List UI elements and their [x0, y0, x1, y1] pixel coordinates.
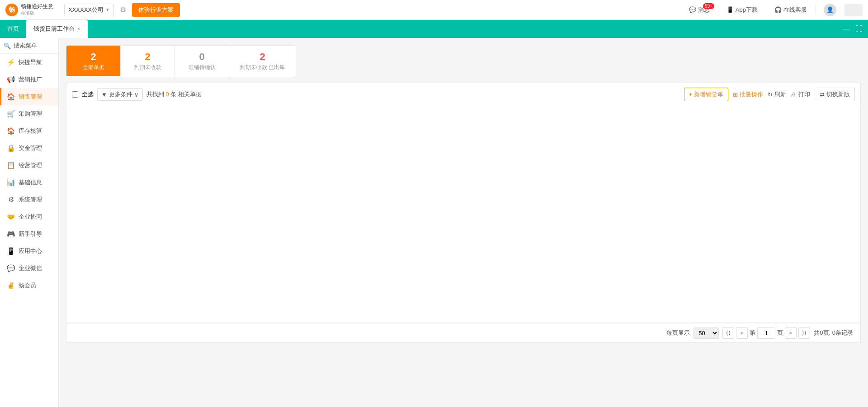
sidebar-item-member[interactable]: ✌ 畅会员 [0, 277, 58, 294]
add-sale-button[interactable]: + 新增销货单 [684, 88, 728, 101]
found-text: 共找到 0 条 相关单据 [146, 90, 202, 98]
last-page-button[interactable]: ⟩⟩ [798, 327, 810, 339]
select-all-checkbox[interactable] [72, 91, 78, 98]
page-nav: ⟨⟨ ＜ 第 页 ＞ ⟩⟩ [722, 327, 810, 339]
sidebar-item-enterprise[interactable]: 🤝 企业协同 [0, 208, 58, 225]
sidebar-item-marketing[interactable]: 📢 营销推广 [0, 71, 58, 88]
logo-area: 畅 畅捷通好生意 标准版 [5, 3, 64, 17]
batch-operation-button[interactable]: ⊞ 批量操作 [733, 90, 763, 98]
stat-card-all[interactable]: 2 全部单据 [66, 46, 121, 77]
beginner-icon: 🎮 [7, 230, 15, 238]
tab-workbench[interactable]: 钱货日清工作台 × [26, 20, 88, 38]
app-download-button[interactable]: 📱 App下载 [726, 6, 758, 14]
sidebar-item-inventory[interactable]: 🏠 库存核算 [0, 122, 58, 140]
sidebar-item-system[interactable]: ⚙ 系统管理 [0, 191, 58, 208]
stat-cards: 2 全部单据 2 到期未收款 0 旺铺待确认 2 到期未收款 已出库 [66, 45, 296, 77]
logo-icon: 畅 [5, 4, 18, 16]
stat-card-pending[interactable]: 0 旺铺待确认 [175, 46, 229, 77]
headset-icon: 🎧 [774, 6, 782, 13]
message-button[interactable]: 💬 消息 99+ [689, 6, 710, 14]
filter-chevron-icon: ∨ [134, 91, 139, 98]
online-support-label: 在线客服 [783, 6, 807, 14]
wechat-icon: 💬 [7, 264, 15, 272]
filter-button[interactable]: ▼ 更多条件 ∨ [97, 88, 143, 101]
prev-page-button[interactable]: ＜ [736, 327, 748, 339]
settings-button[interactable]: ⚙ [117, 4, 129, 16]
sidebar-item-label: 新手引导 [19, 230, 42, 238]
sidebar-item-beginner[interactable]: 🎮 新手引导 [0, 225, 58, 243]
sidebar-item-basics[interactable]: 📊 基础信息 [0, 174, 58, 191]
download-icon: 📱 [726, 6, 734, 13]
switch-version-button[interactable]: ⇄ 切换新版 [815, 88, 855, 101]
sidebar-item-label: 应用中心 [19, 247, 42, 255]
app-center-icon: 📱 [7, 247, 15, 255]
basics-icon: 📊 [7, 178, 15, 187]
select-all-label: 全选 [82, 90, 94, 98]
tab-actions: — ⛶ [841, 23, 868, 35]
divider3 [815, 5, 816, 14]
sidebar-item-label: 快捷导航 [19, 58, 42, 66]
refresh-button[interactable]: ↻ 刷新 [768, 90, 786, 98]
stat-card-shipped[interactable]: 2 到期未收款 已出库 [229, 46, 296, 77]
first-page-button[interactable]: ⟨⟨ [722, 327, 734, 339]
company-selector[interactable]: XXXXXX公司 ▼ [64, 4, 114, 16]
logo-sub: 标准版 [21, 10, 53, 16]
sidebar-item-label: 销售管理 [19, 93, 42, 101]
tab-close-icon[interactable]: × [77, 26, 80, 32]
sidebar-item-purchase[interactable]: 🛒 采购管理 [0, 105, 58, 122]
chevron-down-icon: ▼ [105, 7, 110, 12]
next-page-button[interactable]: ＞ [785, 327, 797, 339]
sidebar: 🔍 搜索菜单 ⚡ 快捷导航 📢 营销推广 🏠 销售管理 🛒 采购管理 🏠 库存核… [0, 38, 59, 407]
sidebar-search[interactable]: 🔍 搜索菜单 [0, 38, 58, 54]
stat-num-overdue: 2 [132, 51, 164, 63]
company-name: XXXXXX公司 [68, 6, 104, 14]
tab-minimize-icon[interactable]: — [841, 23, 852, 35]
filter-icon: ▼ [101, 91, 107, 98]
divider [718, 5, 718, 14]
sidebar-item-app-center[interactable]: 📱 应用中心 [0, 243, 58, 260]
marketing-icon: 📢 [7, 75, 15, 84]
top-bar: 畅 畅捷通好生意 标准版 XXXXXX公司 ▼ ⚙ 体验行业方案 💬 消息 99… [0, 0, 868, 20]
print-button[interactable]: 🖨 打印 [791, 90, 810, 98]
found-num: 0 [166, 91, 169, 98]
tab-maximize-icon[interactable]: ⛶ [854, 23, 864, 35]
print-label: 打印 [798, 90, 810, 98]
member-icon: ✌ [7, 281, 15, 290]
page-size-select[interactable]: 50 20 100 [693, 327, 719, 339]
stat-card-overdue[interactable]: 2 到期未收款 [121, 46, 175, 77]
sidebar-item-label: 企业协同 [19, 213, 42, 221]
avatar[interactable]: 👤 [824, 4, 836, 16]
stat-label-pending: 旺铺待确认 [186, 64, 218, 71]
sidebar-item-operations[interactable]: 📋 经营管理 [0, 157, 58, 174]
switch-label: 切换新版 [826, 90, 850, 98]
pagination: 每页显示 50 20 100 ⟨⟨ ＜ 第 页 ＞ ⟩⟩ 共0页, 0条记录 [66, 323, 861, 343]
sidebar-item-sales[interactable]: 🏠 销售管理 [0, 88, 58, 105]
trial-button[interactable]: 体验行业方案 [132, 3, 180, 17]
online-support-button[interactable]: 🎧 在线客服 [774, 6, 807, 14]
stat-num-shipped: 2 [240, 51, 285, 63]
toolbar-left: 全选 ▼ 更多条件 ∨ 共找到 0 条 相关单据 [72, 88, 680, 101]
page-size-label: 每页显示 [666, 329, 690, 337]
user-name-area[interactable] [844, 4, 863, 16]
stat-label-overdue: 到期未收款 [132, 64, 164, 71]
filter-label: 更多条件 [109, 90, 132, 98]
sidebar-item-finance[interactable]: 🔒 资金管理 [0, 140, 58, 157]
sidebar-item-wechat[interactable]: 💬 企业微信 [0, 260, 58, 277]
stat-label-shipped: 到期未收款 已出库 [240, 64, 285, 71]
refresh-icon: ↻ [768, 91, 773, 98]
page-input[interactable] [757, 327, 775, 339]
stat-num-all: 2 [77, 51, 109, 63]
sidebar-item-label: 库存核算 [19, 127, 42, 135]
sidebar-item-label: 营销推广 [19, 75, 42, 84]
sidebar-item-label: 经营管理 [19, 161, 42, 169]
tab-home[interactable]: 首页 [0, 20, 26, 38]
empty-state [66, 106, 860, 287]
sidebar-item-label: 采购管理 [19, 110, 42, 118]
found-prefix: 共找到 [146, 91, 164, 98]
table-area [66, 106, 861, 323]
page-label-prefix: 第 [750, 329, 755, 337]
total-info: 共0页, 0条记录 [814, 329, 853, 337]
sidebar-item-quick-nav[interactable]: ⚡ 快捷导航 [0, 54, 58, 71]
logo-text: 畅捷通好生意 [21, 3, 53, 10]
user-icon: 👤 [826, 6, 834, 13]
